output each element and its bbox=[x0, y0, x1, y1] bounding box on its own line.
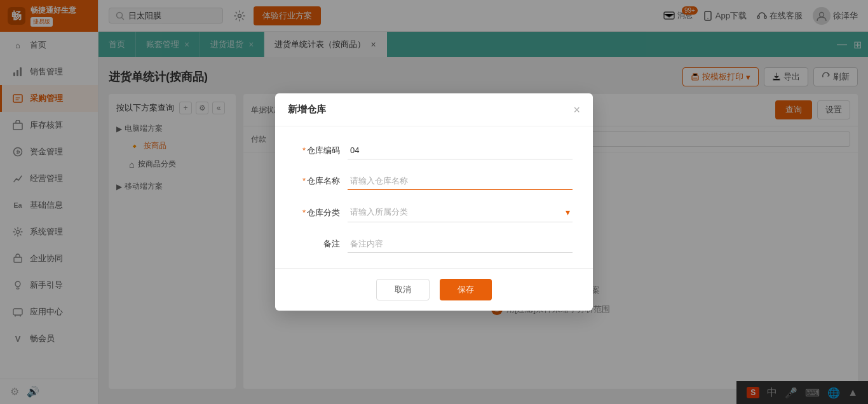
note-label: 备注 bbox=[295, 238, 340, 250]
modal-footer: 取消 保存 bbox=[275, 268, 593, 311]
save-btn[interactable]: 保存 bbox=[440, 279, 492, 300]
name-label: 仓库名称 bbox=[295, 175, 340, 187]
category-dropdown-icon: ▾ bbox=[566, 207, 570, 217]
form-row-category: 仓库分类 请输入所属分类 ▾ bbox=[295, 203, 573, 222]
name-input[interactable] bbox=[348, 172, 573, 190]
note-input[interactable] bbox=[348, 235, 573, 253]
modal-overlay: 新增仓库 × 仓库编码 仓库名称 仓库分类 请输入所属分类 ▾ bbox=[0, 0, 868, 404]
form-row-note: 备注 bbox=[295, 235, 573, 253]
modal-body: 仓库编码 仓库名称 仓库分类 请输入所属分类 ▾ 备注 bbox=[275, 126, 593, 268]
form-row-name: 仓库名称 bbox=[295, 172, 573, 190]
category-label: 仓库分类 bbox=[295, 207, 340, 219]
code-input[interactable] bbox=[348, 142, 573, 159]
form-row-code: 仓库编码 bbox=[295, 142, 573, 159]
modal-header: 新增仓库 × bbox=[275, 93, 593, 126]
code-label: 仓库编码 bbox=[295, 145, 340, 156]
category-select[interactable]: 请输入所属分类 ▾ bbox=[348, 203, 573, 222]
modal-close-btn[interactable]: × bbox=[573, 104, 580, 116]
add-warehouse-modal: 新增仓库 × 仓库编码 仓库名称 仓库分类 请输入所属分类 ▾ bbox=[275, 93, 593, 311]
modal-title: 新增仓库 bbox=[288, 104, 326, 116]
cancel-btn[interactable]: 取消 bbox=[376, 279, 430, 300]
